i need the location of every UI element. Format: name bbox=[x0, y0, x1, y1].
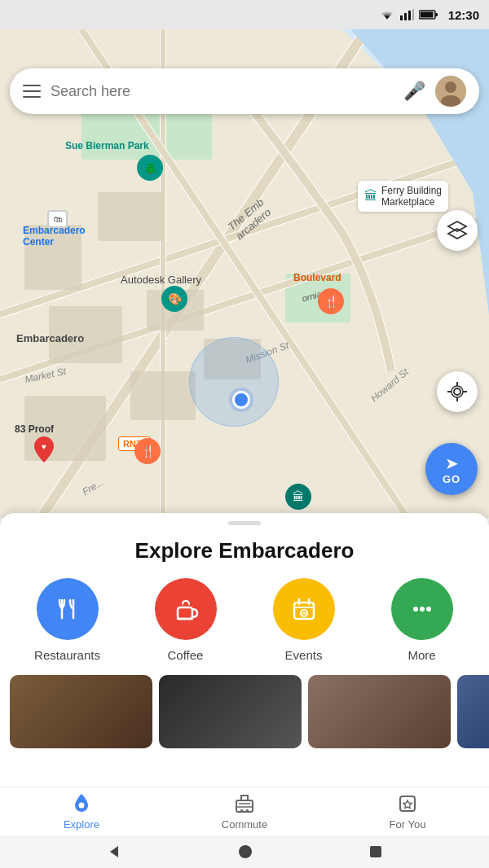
restaurants-label: Restaurants bbox=[34, 648, 100, 662]
boulevard-label: Boulevard bbox=[293, 272, 341, 283]
events-circle bbox=[273, 578, 335, 640]
svg-rect-1 bbox=[404, 13, 407, 20]
restaurants-circle bbox=[37, 578, 99, 640]
rn74-marker: 🍴 bbox=[134, 438, 161, 464]
svg-marker-31 bbox=[448, 229, 466, 239]
svg-point-62 bbox=[239, 845, 252, 858]
commute-nav-icon bbox=[233, 792, 256, 815]
search-input[interactable] bbox=[51, 83, 394, 100]
location-icon bbox=[447, 381, 468, 402]
location-button[interactable] bbox=[437, 371, 478, 412]
category-row: Restaurants Coffee bbox=[0, 578, 489, 675]
restaurants-icon bbox=[52, 594, 83, 625]
svg-marker-61 bbox=[110, 846, 118, 857]
coffee-label: Coffee bbox=[168, 648, 204, 662]
svg-point-51 bbox=[420, 607, 425, 612]
back-icon bbox=[106, 844, 122, 860]
ferry-building-label: Ferry BuildingMarketplace bbox=[381, 185, 442, 208]
back-button[interactable] bbox=[106, 844, 122, 860]
events-label: Events bbox=[285, 648, 323, 662]
83-proof-label: 83 Proof bbox=[15, 423, 54, 435]
more-category[interactable]: More bbox=[377, 578, 467, 662]
boulevard-marker: 🍴 bbox=[318, 288, 344, 314]
thumbnail-4[interactable] bbox=[457, 675, 489, 748]
status-bar: 12:30 bbox=[0, 0, 489, 29]
explore-nav-icon bbox=[70, 792, 93, 815]
autodesk-gallery-label: Autodesk Gallery bbox=[121, 274, 201, 286]
thumbnail-2[interactable] bbox=[159, 675, 302, 748]
android-nav-bar bbox=[0, 835, 489, 868]
recents-icon bbox=[368, 844, 383, 859]
svg-rect-60 bbox=[400, 796, 415, 811]
svg-rect-57 bbox=[240, 809, 243, 813]
for-you-nav-label: For You bbox=[390, 818, 426, 831]
tower-marker: 🏛 bbox=[285, 484, 311, 510]
svg-text:♥: ♥ bbox=[42, 442, 46, 451]
park-marker: 🌲 bbox=[137, 155, 163, 181]
svg-rect-5 bbox=[435, 13, 438, 16]
map-area[interactable]: Market St Mission St Howard St Fre... Th… bbox=[0, 29, 489, 518]
user-avatar[interactable] bbox=[435, 76, 466, 107]
svg-rect-58 bbox=[246, 809, 249, 813]
home-icon bbox=[237, 844, 253, 860]
thumbnail-3[interactable] bbox=[308, 675, 451, 748]
go-arrow-icon: ➤ bbox=[445, 454, 459, 473]
search-bar[interactable]: 🎤 bbox=[10, 68, 479, 114]
more-icon bbox=[406, 593, 438, 625]
svg-rect-0 bbox=[400, 15, 403, 20]
bottom-navigation: Explore Commute For You bbox=[0, 787, 489, 868]
restaurants-category[interactable]: Restaurants bbox=[23, 578, 112, 662]
nav-for-you[interactable]: For You bbox=[326, 792, 489, 831]
wifi-icon bbox=[380, 9, 394, 20]
recents-button[interactable] bbox=[368, 844, 383, 859]
svg-rect-22 bbox=[98, 192, 163, 241]
nav-commute[interactable]: Commute bbox=[163, 792, 326, 831]
accuracy-ring bbox=[189, 337, 279, 427]
svg-rect-2 bbox=[408, 11, 411, 20]
embarcadero-transit-label: Embarcadero bbox=[16, 332, 84, 344]
svg-marker-30 bbox=[448, 221, 466, 231]
more-label: More bbox=[408, 648, 435, 662]
events-icon bbox=[288, 593, 320, 625]
more-circle bbox=[391, 578, 453, 640]
events-category[interactable]: Events bbox=[259, 578, 349, 662]
coffee-icon bbox=[170, 593, 202, 625]
svg-rect-6 bbox=[420, 12, 433, 18]
svg-point-50 bbox=[413, 607, 418, 612]
svg-point-53 bbox=[79, 802, 85, 808]
autodesk-marker: 🎨 bbox=[161, 286, 187, 312]
svg-rect-54 bbox=[236, 800, 253, 812]
explore-title: Explore Embarcadero bbox=[0, 530, 489, 578]
thumbnails-row bbox=[0, 675, 489, 748]
current-location-dot bbox=[232, 391, 250, 409]
battery-icon bbox=[419, 9, 438, 20]
svg-point-32 bbox=[454, 388, 460, 395]
status-icons: 12:30 bbox=[380, 8, 479, 22]
ferry-building-btn[interactable]: 🏛 Ferry BuildingMarketplace bbox=[358, 181, 448, 212]
svg-rect-63 bbox=[370, 846, 381, 857]
layers-icon bbox=[447, 220, 468, 241]
coffee-category[interactable]: Coffee bbox=[141, 578, 231, 662]
home-button[interactable] bbox=[237, 844, 253, 860]
sue-bierman-park-label: Sue Bierman Park bbox=[65, 140, 149, 151]
svg-rect-3 bbox=[412, 9, 414, 20]
coffee-circle bbox=[155, 578, 217, 640]
layer-button[interactable] bbox=[437, 210, 478, 251]
heart-pin-marker: ♥ bbox=[33, 435, 55, 467]
avatar-image bbox=[435, 76, 466, 107]
commute-nav-label: Commute bbox=[222, 818, 267, 831]
embarcadero-center-label: EmbarcaderoCenter bbox=[23, 225, 86, 248]
sheet-handle bbox=[228, 521, 261, 525]
nav-explore[interactable]: Explore bbox=[0, 792, 163, 831]
thumbnail-1[interactable] bbox=[10, 675, 152, 748]
status-time: 12:30 bbox=[448, 8, 479, 22]
mic-icon[interactable]: 🎤 bbox=[403, 81, 425, 102]
svg-point-39 bbox=[445, 81, 456, 93]
svg-rect-26 bbox=[130, 371, 196, 420]
for-you-nav-icon bbox=[396, 792, 419, 815]
go-button[interactable]: ➤ GO bbox=[425, 443, 478, 495]
svg-point-52 bbox=[426, 607, 431, 612]
signal-icon bbox=[399, 9, 414, 20]
explore-nav-label: Explore bbox=[64, 818, 99, 831]
menu-button[interactable] bbox=[23, 85, 41, 98]
